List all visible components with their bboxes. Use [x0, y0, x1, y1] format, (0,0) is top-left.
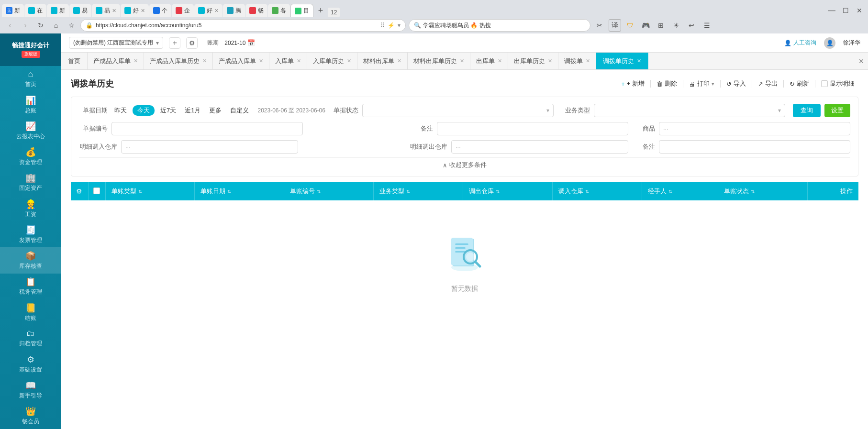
- tab-close-icon[interactable]: ✕: [297, 58, 301, 64]
- collapse-button[interactable]: ∧ 收起更多条件: [79, 157, 850, 169]
- page-refresh-button[interactable]: ↻ 刷新: [786, 77, 813, 90]
- date-yesterday-btn[interactable]: 昨天: [111, 105, 130, 116]
- tab-close-icon[interactable]: ✕: [259, 58, 263, 64]
- goods-filter-select[interactable]: ···: [659, 122, 850, 135]
- tab-close-icon[interactable]: ✕: [637, 58, 641, 64]
- tab-close-icon[interactable]: ✕: [214, 8, 219, 14]
- tab-out[interactable]: 出库单 ✕: [470, 53, 508, 70]
- sidebar-item-settings[interactable]: ⚙ 基础设置: [0, 351, 61, 377]
- biz-type-filter-select[interactable]: ▾: [594, 104, 785, 117]
- tab-home[interactable]: 首页: [61, 53, 88, 70]
- address-input[interactable]: 🔒 https://cloud.chanjet.com/accounting/u…: [80, 19, 406, 32]
- settings-green-button[interactable]: 设置: [824, 104, 850, 117]
- browser-maximize-icon[interactable]: ☐: [839, 4, 852, 17]
- export-button[interactable]: ↗ 导出: [754, 77, 781, 90]
- sidebar-item-home[interactable]: ⌂ 首页: [0, 66, 61, 92]
- shield-icon[interactable]: 🛡: [624, 19, 636, 32]
- company-selector[interactable]: (勿删勿禁用) 江西服宝测试专用 ▾: [69, 37, 163, 49]
- undo-icon[interactable]: ↩: [685, 19, 698, 32]
- sidebar-item-inventory[interactable]: 📦 库存核查: [0, 247, 61, 273]
- th-doc-date[interactable]: 单账日期 ⇅: [195, 182, 284, 200]
- sidebar-item-ledger[interactable]: 📊 总账: [0, 92, 61, 118]
- tab-close-icon[interactable]: ✕: [347, 58, 351, 64]
- sidebar-item-payroll[interactable]: 👷 工资: [0, 196, 61, 221]
- tab-close-icon[interactable]: ✕: [134, 58, 138, 64]
- search-box[interactable]: 🔍 学霸应聘场驱鸟员 🔥 热搜: [409, 19, 590, 32]
- date-today-btn[interactable]: 今天: [133, 105, 155, 116]
- tab-close-icon[interactable]: ✕: [397, 58, 401, 64]
- detail-in-filter-select[interactable]: ···: [121, 140, 298, 154]
- sidebar-item-newbie[interactable]: 📖 新手引导: [0, 377, 61, 403]
- tab-product-in-2[interactable]: 产成品入库单 ✕: [213, 53, 269, 70]
- settings-icon-button[interactable]: ⚙: [186, 37, 198, 49]
- browser-tab-5[interactable]: 易 ✕: [92, 4, 120, 17]
- browser-close-icon[interactable]: ✕: [853, 4, 866, 17]
- status-filter-select[interactable]: ▾: [362, 104, 554, 117]
- tab-out-history[interactable]: 出库单历史 ✕: [508, 53, 558, 70]
- detail-out-filter-select[interactable]: ···: [451, 140, 628, 154]
- browser-tab-6[interactable]: 好 ✕: [121, 4, 149, 17]
- tab-close-icon[interactable]: ✕: [548, 58, 552, 64]
- date-custom-btn[interactable]: 自定义: [227, 105, 252, 116]
- menu-icon[interactable]: ☰: [701, 19, 713, 32]
- tab-close-icon[interactable]: ✕: [498, 58, 502, 64]
- support-button[interactable]: 👤 人工咨询: [784, 39, 816, 47]
- brightness-icon[interactable]: ☀: [670, 19, 682, 32]
- tab-new-button[interactable]: +: [314, 4, 327, 17]
- forward-button[interactable]: ›: [19, 19, 32, 32]
- tab-warehouse-in-history[interactable]: 入库单历史 ✕: [307, 53, 357, 70]
- th-transfer-out[interactable]: 调出仓库 ⇅: [463, 182, 553, 200]
- browser-tab-2[interactable]: 在: [24, 4, 46, 17]
- add-company-button[interactable]: +: [169, 37, 180, 49]
- tab-material-out[interactable]: 材料出库单 ✕: [357, 53, 408, 70]
- back-button[interactable]: ‹: [4, 19, 16, 32]
- sidebar-item-membership[interactable]: 👑 畅会员: [0, 403, 61, 429]
- th-doc-no[interactable]: 单账编号 ⇅: [284, 182, 374, 200]
- sidebar-item-tax[interactable]: 📋 税务管理: [0, 274, 61, 299]
- th-gear[interactable]: ⚙: [71, 182, 88, 200]
- browser-tab-12[interactable]: 各: [268, 4, 290, 17]
- grid-icon[interactable]: ⊞: [655, 19, 667, 32]
- sidebar-item-cloud-report[interactable]: 📈 云报表中心: [0, 118, 61, 143]
- date-7days-btn[interactable]: 近7天: [157, 105, 179, 116]
- tab-transfer-history[interactable]: 调拨单历史 ✕: [596, 53, 648, 70]
- browser-tab-10[interactable]: 腾: [223, 4, 245, 17]
- translate-icon[interactable]: 译: [609, 19, 621, 32]
- browser-tab-active[interactable]: 目: [290, 4, 313, 17]
- th-doc-type[interactable]: 单账类型 ⇅: [105, 182, 195, 200]
- user-name[interactable]: 徐泽华: [843, 39, 860, 47]
- tab-close-icon[interactable]: ✕: [141, 8, 145, 14]
- sidebar-item-closing[interactable]: 📒 结账: [0, 299, 61, 325]
- sidebar-item-invoice[interactable]: 🧾 发票管理: [0, 221, 61, 247]
- show-options[interactable]: 显示明细: [817, 77, 858, 90]
- remark-input[interactable]: [437, 122, 628, 135]
- detail-remark-input[interactable]: [659, 140, 850, 154]
- tab-close-icon[interactable]: ✕: [202, 58, 207, 64]
- home-button[interactable]: ⌂: [50, 19, 62, 32]
- th-doc-status[interactable]: 单账状态 ⇅: [718, 182, 808, 200]
- sidebar-logo[interactable]: 畅捷通好会计 旗舰版: [0, 33, 61, 66]
- th-handler[interactable]: 经手人 ⇅: [642, 182, 718, 200]
- import-button[interactable]: ↺ 导入: [723, 77, 750, 90]
- browser-minimize-icon[interactable]: —: [825, 4, 838, 17]
- th-biz-type[interactable]: 业务类型 ⇅: [374, 182, 463, 200]
- refresh-button[interactable]: ↻: [34, 19, 47, 32]
- browser-tab-9[interactable]: 好 ✕: [194, 4, 223, 17]
- tab-panel-close-icon[interactable]: ✕: [855, 57, 868, 65]
- date-1month-btn[interactable]: 近1月: [182, 105, 203, 116]
- tab-close-icon[interactable]: ✕: [586, 58, 590, 64]
- browser-tab-7[interactable]: 个: [149, 4, 171, 17]
- new-button[interactable]: + + 新增: [617, 77, 648, 90]
- tab-warehouse-in[interactable]: 入库单 ✕: [269, 53, 307, 70]
- tab-product-in[interactable]: 产成品入库单 ✕: [88, 53, 144, 70]
- tab-product-in-history[interactable]: 产成品入库单历史 ✕: [144, 53, 213, 70]
- game-icon[interactable]: 🎮: [639, 19, 652, 32]
- tab-close-icon[interactable]: ✕: [460, 58, 464, 64]
- browser-tab-11[interactable]: 畅: [245, 4, 267, 17]
- sidebar-item-archive[interactable]: 🗂 归档管理: [0, 325, 61, 351]
- tab-close-icon[interactable]: ✕: [112, 8, 116, 14]
- user-avatar[interactable]: 👤: [824, 37, 835, 49]
- sidebar-item-funds[interactable]: 💰 资金管理: [0, 143, 61, 169]
- bookmark-button[interactable]: ☆: [65, 19, 78, 32]
- sidebar-item-fixed-assets[interactable]: 🏢 固定资产: [0, 170, 61, 196]
